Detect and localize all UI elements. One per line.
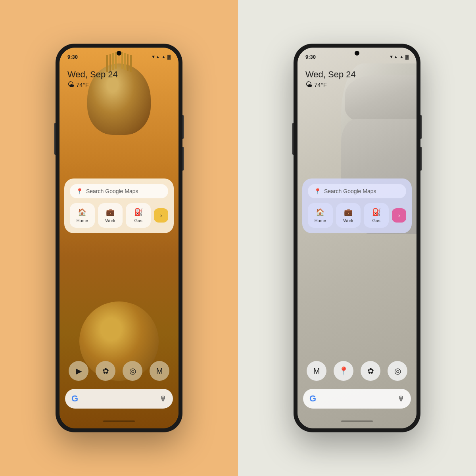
work-label-cool: Work bbox=[343, 218, 353, 223]
maps-search-text-cool: Search Google Maps bbox=[324, 188, 376, 194]
date-weather-cool: Wed, Sep 24 🌤 74°F bbox=[305, 69, 356, 89]
wifi-icon-cool: ▲ bbox=[399, 54, 404, 59]
status-time-warm: 9:30 bbox=[67, 54, 78, 60]
phone-screen-warm: 9:30 ▼▲ ▲ ▓ Wed, Sep 24 🌤 74°F bbox=[60, 48, 178, 428]
maps-home-cool[interactable]: 🏠 Home bbox=[308, 203, 333, 228]
gmail-icon-warm: M bbox=[156, 367, 163, 376]
weather-cool: 🌤 74°F bbox=[305, 81, 356, 89]
maps-search-bar-warm[interactable]: 📍 Search Google Maps bbox=[70, 184, 168, 198]
maps-widget-warm[interactable]: 📍 Search Google Maps 🏠 Home 💼 Work ⛽ Gas bbox=[64, 178, 174, 233]
power-button-cool bbox=[420, 115, 422, 139]
google-g-cool: G bbox=[309, 393, 316, 404]
chrome-icon-warm: ◎ bbox=[129, 366, 136, 376]
maps-more-warm[interactable]: › bbox=[154, 208, 168, 223]
weather-icon-cool: 🌤 bbox=[305, 81, 313, 89]
wifi-icon-warm: ▲ bbox=[161, 54, 166, 59]
youtube-icon-warm: ▶ bbox=[76, 366, 82, 376]
gas-label-warm: Gas bbox=[134, 218, 142, 223]
weather-icon-warm: 🌤 bbox=[67, 81, 75, 89]
home-icon-cool: 🏠 bbox=[316, 208, 324, 217]
google-g-warm: G bbox=[71, 393, 78, 404]
google-mic-cool[interactable]: 🎙 bbox=[397, 395, 405, 403]
cool-background: 9:30 ▼▲ ▲ ▓ Wed, Sep 24 🌤 74°F bbox=[238, 0, 476, 476]
gmail-icon-cool: M bbox=[313, 367, 320, 376]
home-bar-cool bbox=[341, 420, 373, 422]
dock-cool: M 📍 ✿ ◎ bbox=[298, 361, 416, 381]
battery-icon-cool: ▓ bbox=[405, 54, 409, 59]
home-icon-warm: 🏠 bbox=[78, 208, 86, 217]
home-label-warm: Home bbox=[77, 218, 88, 223]
volume-button-cool bbox=[420, 147, 422, 171]
volume-button bbox=[182, 147, 184, 171]
dock-maps-cool[interactable]: 📍 bbox=[334, 361, 353, 381]
work-icon-cool: 💼 bbox=[344, 208, 353, 217]
warm-background: 9:30 ▼▲ ▲ ▓ Wed, Sep 24 🌤 74°F bbox=[0, 0, 238, 476]
home-label-cool: Home bbox=[315, 218, 326, 223]
camera-notch-cool bbox=[355, 51, 359, 56]
dock-pinwheel-warm[interactable]: ✿ bbox=[96, 361, 115, 381]
chevron-icon-warm: › bbox=[160, 212, 162, 219]
dock-youtube-warm[interactable]: ▶ bbox=[69, 361, 88, 381]
status-time-cool: 9:30 bbox=[305, 54, 316, 60]
google-bar-cool[interactable]: G 🎙 bbox=[303, 389, 411, 409]
signal-icon-warm: ▼▲ bbox=[151, 54, 160, 59]
dock-chrome-warm[interactable]: ◎ bbox=[123, 361, 142, 381]
battery-icon-warm: ▓ bbox=[167, 54, 171, 59]
temperature-warm: 74°F bbox=[76, 81, 89, 88]
status-icons-warm: ▼▲ ▲ ▓ bbox=[151, 54, 171, 59]
weather-warm: 🌤 74°F bbox=[67, 81, 118, 89]
date-cool: Wed, Sep 24 bbox=[305, 69, 356, 80]
status-icons-cool: ▼▲ ▲ ▓ bbox=[389, 54, 409, 59]
gas-label-cool: Gas bbox=[372, 218, 380, 223]
temperature-cool: 74°F bbox=[314, 81, 327, 88]
maps-pin-icon-warm: 📍 bbox=[76, 188, 83, 194]
dock-chrome-cool[interactable]: ◎ bbox=[388, 361, 407, 381]
volume-up-button bbox=[54, 123, 56, 155]
maps-work-cool[interactable]: 💼 Work bbox=[336, 203, 361, 228]
date-warm: Wed, Sep 24 bbox=[67, 69, 118, 80]
phone-warm: 9:30 ▼▲ ▲ ▓ Wed, Sep 24 🌤 74°F bbox=[56, 44, 182, 432]
gas-icon-warm: ⛽ bbox=[134, 208, 143, 217]
home-bar-warm bbox=[103, 420, 135, 422]
maps-home-warm[interactable]: 🏠 Home bbox=[70, 203, 95, 228]
gas-icon-cool: ⛽ bbox=[372, 208, 381, 217]
volume-up-button-cool bbox=[292, 123, 294, 155]
maps-icon-cool: 📍 bbox=[339, 366, 349, 376]
work-label-warm: Work bbox=[105, 218, 115, 223]
chrome-icon-cool: ◎ bbox=[394, 366, 401, 376]
google-mic-warm[interactable]: 🎙 bbox=[159, 395, 167, 403]
maps-search-text-warm: Search Google Maps bbox=[86, 188, 138, 194]
maps-shortcuts-cool: 🏠 Home 💼 Work ⛽ Gas › bbox=[308, 203, 406, 228]
maps-pin-icon-cool: 📍 bbox=[314, 188, 321, 194]
pinwheel-icon-cool: ✿ bbox=[367, 366, 374, 376]
work-icon-warm: 💼 bbox=[106, 208, 115, 217]
dock-gmail-warm[interactable]: M bbox=[150, 361, 169, 381]
maps-search-bar-cool[interactable]: 📍 Search Google Maps bbox=[308, 184, 406, 198]
maps-shortcuts-warm: 🏠 Home 💼 Work ⛽ Gas › bbox=[70, 203, 168, 228]
phone-screen-cool: 9:30 ▼▲ ▲ ▓ Wed, Sep 24 🌤 74°F bbox=[298, 48, 416, 428]
phone-cool: 9:30 ▼▲ ▲ ▓ Wed, Sep 24 🌤 74°F bbox=[294, 44, 420, 432]
power-button bbox=[182, 115, 184, 139]
google-bar-warm[interactable]: G 🎙 bbox=[65, 389, 173, 409]
dock-pinwheel-cool[interactable]: ✿ bbox=[361, 361, 380, 381]
date-weather-warm: Wed, Sep 24 🌤 74°F bbox=[67, 69, 118, 89]
maps-gas-cool[interactable]: ⛽ Gas bbox=[364, 203, 389, 228]
maps-work-warm[interactable]: 💼 Work bbox=[98, 203, 123, 228]
maps-widget-cool[interactable]: 📍 Search Google Maps 🏠 Home 💼 Work ⛽ Gas bbox=[302, 178, 412, 233]
maps-gas-warm[interactable]: ⛽ Gas bbox=[126, 203, 151, 228]
maps-more-cool[interactable]: › bbox=[392, 208, 406, 223]
dock-warm: ▶ ✿ ◎ M bbox=[60, 361, 178, 381]
signal-icon-cool: ▼▲ bbox=[389, 54, 398, 59]
flower-decoration-bottom bbox=[71, 294, 167, 397]
camera-notch-warm bbox=[117, 51, 121, 56]
chevron-icon-cool: › bbox=[398, 212, 400, 219]
pinwheel-icon-warm: ✿ bbox=[102, 366, 109, 376]
dock-gmail-cool[interactable]: M bbox=[307, 361, 326, 381]
